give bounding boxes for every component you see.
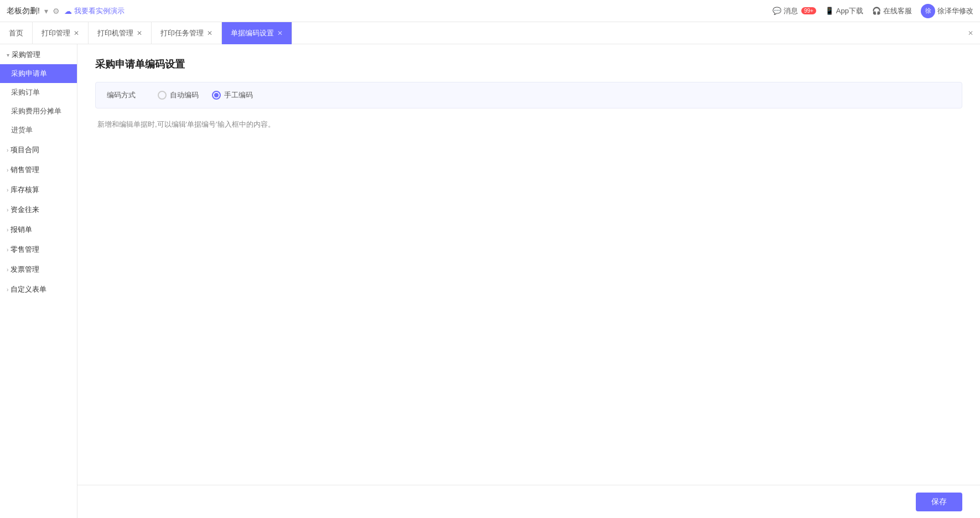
encoding-section: 编码方式 自动编码 手工编码 bbox=[95, 82, 962, 108]
sidebar-group-fund-header[interactable]: › 资金往来 bbox=[0, 199, 77, 219]
tab-print-management[interactable]: 打印管理 ✕ bbox=[33, 22, 89, 44]
sidebar: ▾ 采购管理 采购申请单 采购订单 采购费用分摊单 进货单 › 项目合同 bbox=[0, 44, 77, 518]
sidebar-group-purchase: ▾ 采购管理 采购申请单 采购订单 采购费用分摊单 进货单 bbox=[0, 44, 77, 139]
sidebar-group-sales-header[interactable]: › 销售管理 bbox=[0, 159, 77, 179]
message-icon: 💬 bbox=[772, 7, 781, 15]
message-action[interactable]: 💬 消息 99+ bbox=[772, 6, 816, 16]
save-button[interactable]: 保存 bbox=[916, 493, 962, 511]
sidebar-group-fund: › 资金往来 bbox=[0, 199, 77, 219]
radio-auto-label: 自动编码 bbox=[170, 90, 199, 100]
tab-printer-management-close[interactable]: ✕ bbox=[137, 29, 142, 37]
tab-home[interactable]: 首页 bbox=[0, 22, 33, 44]
sidebar-group-purchase-header[interactable]: ▾ 采购管理 bbox=[0, 44, 77, 64]
sidebar-group-inventory-header[interactable]: › 库存核算 bbox=[0, 179, 77, 199]
dropdown-icon[interactable]: ▾ bbox=[44, 7, 48, 15]
sidebar-group-custom-forms-arrow: › bbox=[7, 287, 8, 293]
encoding-row: 编码方式 自动编码 手工编码 bbox=[107, 90, 951, 100]
sidebar-group-retail-label: 零售管理 bbox=[11, 245, 39, 255]
cloud-icon: ☁ bbox=[64, 7, 72, 15]
sidebar-group-invoice-label: 发票管理 bbox=[11, 265, 39, 274]
sidebar-group-sales-label: 销售管理 bbox=[11, 165, 39, 175]
sidebar-group-inventory-label: 库存核算 bbox=[11, 185, 39, 195]
sidebar-item-purchase-fee[interactable]: 采购费用分摊单 bbox=[0, 102, 77, 121]
sidebar-group-sales-arrow: › bbox=[7, 167, 8, 173]
brand-text: 老板勿删! bbox=[7, 6, 40, 16]
sidebar-group-returns-arrow: › bbox=[7, 227, 8, 233]
sidebar-group-inventory-arrow: › bbox=[7, 187, 8, 193]
phone-icon: 📱 bbox=[825, 7, 834, 15]
encoding-label: 编码方式 bbox=[107, 90, 136, 100]
sidebar-group-invoice: › 发票管理 bbox=[0, 259, 77, 279]
radio-manual-label: 手工编码 bbox=[224, 90, 253, 100]
sidebar-group-fund-arrow: › bbox=[7, 207, 8, 213]
sidebar-group-retail-arrow: › bbox=[7, 247, 8, 253]
online-service-action[interactable]: 🎧 在线客服 bbox=[872, 6, 912, 16]
close-all-tabs[interactable]: ✕ bbox=[961, 29, 980, 37]
tab-home-label: 首页 bbox=[9, 28, 23, 38]
content-body: 采购申请单编码设置 编码方式 自动编码 手工编码 bbox=[77, 44, 980, 485]
online-service-label: 在线客服 bbox=[883, 6, 912, 16]
sidebar-group-inventory: › 库存核算 bbox=[0, 179, 77, 199]
sidebar-item-purchase-request[interactable]: 采购申请单 bbox=[0, 64, 77, 83]
tab-printer-management-label: 打印机管理 bbox=[97, 28, 133, 38]
sidebar-group-sales: › 销售管理 bbox=[0, 159, 77, 179]
top-bar-right: 💬 消息 99+ 📱 App下载 🎧 在线客服 徐 徐泽华修改 bbox=[772, 4, 973, 18]
user-name: 徐泽华修改 bbox=[937, 6, 973, 16]
sidebar-group-returns-label: 报销单 bbox=[11, 225, 32, 235]
sidebar-group-fund-label: 资金往来 bbox=[11, 205, 39, 215]
tab-print-task-management[interactable]: 打印任务管理 ✕ bbox=[152, 22, 222, 44]
tab-single-barcode-setting-label: 单据编码设置 bbox=[231, 28, 274, 38]
sidebar-group-retail: › 零售管理 bbox=[0, 239, 77, 259]
app-download-label: App下载 bbox=[836, 6, 863, 16]
tab-print-task-management-close[interactable]: ✕ bbox=[207, 29, 212, 37]
sidebar-item-stock-in[interactable]: 进货单 bbox=[0, 121, 77, 139]
app-download-action[interactable]: 📱 App下载 bbox=[825, 6, 863, 16]
sidebar-group-project: › 项目合同 bbox=[0, 139, 77, 159]
sidebar-group-returns-header[interactable]: › 报销单 bbox=[0, 219, 77, 239]
search-bar[interactable]: ☁ 我要看实例演示 bbox=[64, 6, 125, 16]
radio-manual-circle bbox=[212, 91, 221, 100]
search-text: 我要看实例演示 bbox=[74, 6, 125, 16]
message-badge: 99+ bbox=[801, 7, 816, 14]
message-label: 消息 bbox=[784, 6, 798, 16]
radio-auto-encoding[interactable]: 自动编码 bbox=[158, 90, 199, 100]
sidebar-group-invoice-header[interactable]: › 发票管理 bbox=[0, 259, 77, 279]
sidebar-group-retail-header[interactable]: › 零售管理 bbox=[0, 239, 77, 259]
radio-auto-circle bbox=[158, 91, 167, 100]
hint-text: 新增和编辑单据时,可以编辑'单据编号'输入框中的内容。 bbox=[95, 120, 962, 130]
radio-manual-encoding[interactable]: 手工编码 bbox=[212, 90, 253, 100]
top-bar: 老板勿删! ▾ ⚙ ☁ 我要看实例演示 💬 消息 99+ 📱 App下载 🎧 在… bbox=[0, 0, 980, 22]
tab-print-management-close[interactable]: ✕ bbox=[74, 29, 79, 37]
headset-icon: 🎧 bbox=[872, 7, 881, 15]
tab-print-task-management-label: 打印任务管理 bbox=[160, 28, 204, 38]
sidebar-group-returns: › 报销单 bbox=[0, 219, 77, 239]
sidebar-group-purchase-label: 采购管理 bbox=[12, 50, 40, 60]
tab-printer-management[interactable]: 打印机管理 ✕ bbox=[89, 22, 152, 44]
avatar: 徐 bbox=[921, 4, 935, 18]
page-title: 采购申请单编码设置 bbox=[95, 58, 962, 71]
sidebar-group-custom-forms-header[interactable]: › 自定义表单 bbox=[0, 279, 77, 299]
main-content: 采购申请单编码设置 编码方式 自动编码 手工编码 bbox=[77, 44, 980, 518]
top-bar-left: 老板勿删! ▾ ⚙ ☁ 我要看实例演示 bbox=[7, 6, 125, 16]
tab-bar: 首页 打印管理 ✕ 打印机管理 ✕ 打印任务管理 ✕ 单据编码设置 ✕ ✕ bbox=[0, 22, 980, 44]
sidebar-group-project-header[interactable]: › 项目合同 bbox=[0, 139, 77, 159]
settings-icon[interactable]: ⚙ bbox=[53, 7, 60, 15]
sidebar-group-custom-forms: › 自定义表单 bbox=[0, 279, 77, 299]
sidebar-group-invoice-arrow: › bbox=[7, 267, 8, 273]
radio-group-encoding: 自动编码 手工编码 bbox=[158, 90, 253, 100]
sidebar-item-purchase-order[interactable]: 采购订单 bbox=[0, 83, 77, 102]
sidebar-group-project-arrow: › bbox=[7, 147, 8, 153]
tab-single-barcode-setting-close[interactable]: ✕ bbox=[277, 29, 283, 37]
sidebar-group-purchase-arrow: ▾ bbox=[7, 52, 9, 58]
layout: ▾ 采购管理 采购申请单 采购订单 采购费用分摊单 进货单 › 项目合同 bbox=[0, 44, 980, 518]
bottom-bar: 保存 bbox=[77, 485, 980, 518]
sidebar-group-project-label: 项目合同 bbox=[11, 145, 39, 155]
tab-single-barcode-setting[interactable]: 单据编码设置 ✕ bbox=[222, 22, 292, 44]
user-info[interactable]: 徐 徐泽华修改 bbox=[921, 4, 973, 18]
tab-print-management-label: 打印管理 bbox=[42, 28, 70, 38]
sidebar-group-custom-forms-label: 自定义表单 bbox=[11, 284, 46, 294]
